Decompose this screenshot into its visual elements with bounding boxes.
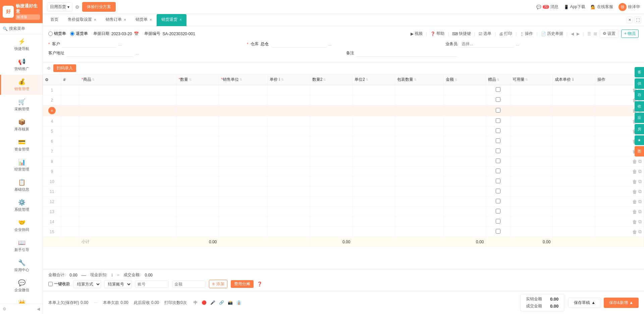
collapse-icon[interactable]: ◀	[37, 307, 40, 311]
row-1-price[interactable]	[268, 85, 310, 95]
copy-icon-8[interactable]: ⧉	[638, 159, 642, 164]
right-float-client[interactable]: 客	[635, 67, 644, 77]
taskbar-icon-3[interactable]: 🎤	[210, 299, 216, 306]
address-input[interactable]	[66, 50, 133, 57]
delete-icon-13[interactable]: 🗑	[632, 209, 637, 214]
salesperson-ellipsis[interactable]: ...	[516, 42, 519, 47]
sidebar-item-marketing[interactable]: 📢 营销推广	[0, 55, 43, 75]
view-grid-icon[interactable]: ⊞	[594, 32, 597, 36]
help-btn[interactable]: ❓ 帮助	[430, 31, 444, 37]
shortcut-btn[interactable]: ⌨ 快捷键	[452, 31, 471, 37]
nav-next-icon[interactable]: ▶	[577, 32, 580, 36]
row-1-qty[interactable]	[176, 85, 219, 95]
warehouse-ellipsis[interactable]: ...	[328, 42, 332, 47]
fee-split-btn[interactable]: 费用分摊	[231, 280, 254, 288]
taskbar-icon-6[interactable]: 👔	[236, 299, 243, 306]
row-1-amount[interactable]	[443, 85, 486, 95]
radio-sale[interactable]: 销货单	[48, 31, 66, 37]
app-download-item[interactable]: 📱 App下载	[564, 4, 585, 10]
customer-input[interactable]	[62, 41, 116, 48]
copy-icon-10[interactable]: ⧉	[638, 179, 642, 184]
right-float-stock[interactable]: 存	[635, 90, 644, 100]
radio-return[interactable]: 退货单	[70, 31, 88, 37]
tab-sales-order[interactable]: 销售订单 ×	[101, 14, 131, 26]
settlement-select[interactable]: 结算方式	[73, 280, 101, 288]
video-btn[interactable]: ▶ 视频	[411, 31, 423, 37]
address-ellipsis[interactable]: ...	[136, 51, 139, 56]
sidebar-item-wechat[interactable]: 💬 企业微信	[0, 276, 43, 296]
one-key-pay-check[interactable]: 一键收款	[48, 281, 70, 287]
tab-sales-close[interactable]: ×	[150, 17, 152, 22]
sidebar-item-sales[interactable]: 💰 销售管理	[0, 75, 43, 95]
sidebar-item-enterprise[interactable]: 🤝 企业协同	[0, 215, 43, 236]
radio-sale-input[interactable]	[48, 32, 53, 36]
select-order-btn[interactable]: ☑ 选单	[479, 31, 491, 37]
copy-icon-13[interactable]: ⧉	[638, 209, 642, 214]
row-1-unit2[interactable]	[353, 85, 395, 95]
fee-help-icon[interactable]: ❓	[257, 281, 262, 287]
remarks-input[interactable]	[356, 50, 457, 57]
print-btn[interactable]: 🖨 打印	[499, 31, 512, 37]
tab-expand-btn[interactable]: ⛶	[634, 17, 641, 23]
delete-icon-12[interactable]: 🗑	[632, 199, 637, 204]
user-item[interactable]: 徐 徐泽华	[619, 3, 640, 11]
table-gear-icon[interactable]: ⚙	[47, 66, 51, 71]
add-btn[interactable]: ⊕ 添加	[209, 280, 227, 288]
sidebar-search[interactable]: 🔍 搜索菜单	[0, 23, 43, 35]
sidebar-item-finance[interactable]: 💳 资金管理	[0, 135, 43, 155]
taskbar-icon-4[interactable]: 🔗	[218, 299, 225, 306]
scan-btn[interactable]: 扫码录入	[53, 64, 76, 72]
delete-icon-15[interactable]: 🗑	[632, 229, 637, 235]
operate-btn[interactable]: ⋮ 操作	[520, 31, 533, 37]
nav-prev-icon[interactable]: ◀	[571, 32, 574, 36]
view-list-icon[interactable]: ☰	[587, 32, 591, 36]
tab-close-btn[interactable]: ✕	[627, 17, 633, 23]
tab-sales-order-close[interactable]: ×	[124, 17, 126, 22]
experience-btn[interactable]: 体验行业方案	[82, 2, 116, 12]
delete-icon-14[interactable]: 🗑	[632, 219, 637, 225]
sidebar-item-quick[interactable]: ⚡ 快捷导航	[0, 35, 43, 55]
taskbar-icon-2[interactable]: 🔴	[201, 299, 208, 306]
product-input-1[interactable]	[82, 88, 174, 92]
row-1-product[interactable]	[79, 85, 177, 95]
notification-item[interactable]: 💬 70 消息	[536, 4, 558, 10]
sidebar-item-guide[interactable]: 📖 新手引导	[0, 236, 43, 256]
sidebar-item-purchase[interactable]: 🛒 采购管理	[0, 95, 43, 115]
sidebar-item-member[interactable]: 👑 畅会员	[0, 296, 43, 304]
set-btn[interactable]: ⚙ 设置	[600, 29, 619, 38]
product-input-3[interactable]	[82, 108, 174, 113]
tab-price-setup-close[interactable]: ×	[94, 17, 96, 22]
radio-return-input[interactable]	[70, 32, 74, 36]
right-float-graph[interactable]: 图	[635, 146, 644, 156]
copy-icon-11[interactable]: ⧉	[638, 189, 642, 194]
right-float-receive[interactable]: 收	[635, 101, 644, 112]
gift-check-3[interactable]	[496, 108, 500, 113]
account-input[interactable]	[135, 280, 169, 288]
one-key-pay-input[interactable]	[48, 282, 53, 286]
topbar-gear-icon[interactable]: ⚙	[75, 4, 79, 10]
tab-home[interactable]: 首页	[46, 14, 63, 26]
billing-select[interactable]: 结算账号	[104, 280, 132, 288]
industry-select[interactable]: 日用百货 ▾	[47, 2, 72, 11]
warehouse-input[interactable]	[272, 41, 326, 48]
history-btn[interactable]: 📄 历史单据	[541, 31, 563, 37]
row-2-product[interactable]	[79, 95, 177, 105]
row-3-product[interactable]	[79, 105, 177, 116]
calendar-icon[interactable]: 📅	[134, 32, 139, 36]
amount-input[interactable]	[172, 280, 206, 288]
sidebar-item-apps[interactable]: 🔧 应用中心	[0, 256, 43, 276]
add-row-btn[interactable]: +	[48, 107, 56, 114]
right-float-star[interactable]: ★	[635, 135, 644, 145]
copy-icon-14[interactable]: ⧉	[638, 219, 642, 225]
copy-icon-15[interactable]: ⧉	[638, 229, 642, 235]
right-float-room[interactable]: 房	[635, 124, 644, 134]
right-float-payable[interactable]: 应	[635, 113, 644, 123]
tab-sales[interactable]: 销货单 ×	[131, 14, 157, 26]
row-1-unit[interactable]	[219, 85, 268, 95]
gift-check-1[interactable]	[496, 87, 500, 92]
sidebar-item-basic[interactable]: 📋 基础信息	[0, 175, 43, 195]
salesperson-input[interactable]	[460, 41, 514, 48]
sidebar-item-operations[interactable]: 📊 经营管理	[0, 155, 43, 175]
sidebar-item-system[interactable]: ⚙️ 系统管理	[0, 195, 43, 215]
taskbar-icon-5[interactable]: 📸	[227, 299, 234, 306]
